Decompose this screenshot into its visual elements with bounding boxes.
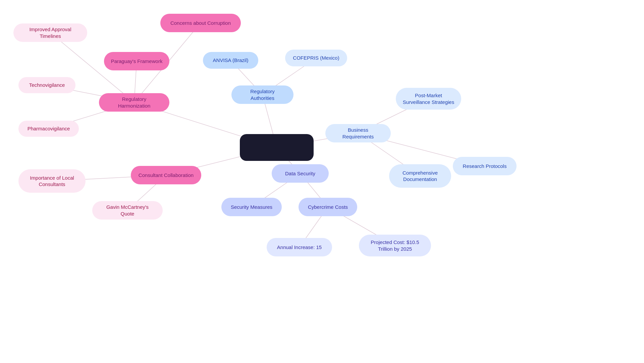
technovigilance-node: Technovigilance	[18, 77, 75, 93]
post-market-node: Post-Market Surveillance Strategies	[396, 88, 461, 110]
anvisa-node: ANVISA (Brazil)	[203, 52, 258, 69]
improved-approval-node: Improved Approval Timelines	[13, 23, 87, 42]
data-security-node: Data Security	[272, 164, 329, 183]
security-measures-node: Security Measures	[221, 198, 282, 216]
research-protocols-node: Research Protocols	[453, 157, 517, 175]
consultant-collaboration-node: Consultant Collaboration	[131, 166, 201, 184]
annual-increase-node: Annual Increase: 15	[267, 238, 332, 256]
cofepris-node: COFEPRIS (Mexico)	[285, 50, 347, 66]
center-node	[240, 134, 314, 161]
regulatory-authorities-node: Regulatory Authorities	[231, 85, 293, 104]
importance-local-node: Importance of Local Consultants	[18, 169, 86, 193]
concerns-corruption-node: Concerns about Corruption	[160, 14, 241, 32]
paraguay-framework-node: Paraguay's Framework	[104, 52, 169, 70]
business-requirements-node: Business Requirements	[325, 124, 391, 142]
cybercrime-costs-node: Cybercrime Costs	[299, 198, 357, 216]
pharmacovigilance-node: Pharmacovigilance	[18, 121, 79, 137]
gavin-quote-node: Gavin McCartney's Quote	[92, 201, 163, 220]
comprehensive-docs-node: Comprehensive Documentation	[389, 164, 451, 188]
regulatory-harmonization-node: Regulatory Harmonization	[99, 93, 169, 112]
projected-cost-node: Projected Cost: $10.5 Trillion by 2025	[359, 235, 431, 256]
